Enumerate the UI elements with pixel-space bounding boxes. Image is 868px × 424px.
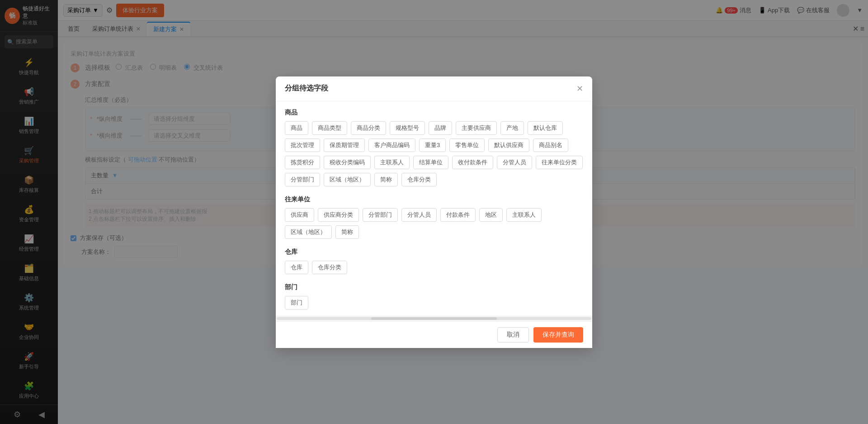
field-contact[interactable]: 主联系人: [506, 208, 542, 222]
field-retail-unit[interactable]: 零售单位: [449, 138, 485, 152]
field-region[interactable]: 地区: [479, 208, 503, 222]
cancel-button[interactable]: 取消: [497, 327, 529, 343]
field-goods-alias[interactable]: 商品别名: [533, 138, 568, 152]
modal-horizontal-scrollbar[interactable]: [276, 316, 592, 321]
field-wh[interactable]: 仓库: [285, 261, 308, 274]
section-partner: 往来单位 供应商 供应商分类 分管部门 分管人员 付款条件 地区 主联系人 区域…: [285, 195, 583, 239]
modal-footer: 取消 保存并查询: [276, 321, 592, 348]
field-from-unit-category[interactable]: 往来单位分类: [536, 156, 583, 169]
field-default-supplier[interactable]: 默认供应商: [488, 138, 529, 152]
field-batch-mgmt[interactable]: 批次管理: [285, 138, 320, 152]
field-wh-category[interactable]: 仓库分类: [312, 261, 347, 274]
field-abbr2[interactable]: 简称: [335, 225, 359, 239]
section-warehouse-grid: 仓库 仓库分类: [285, 261, 583, 274]
section-goods-title: 商品: [285, 109, 583, 117]
field-main-contact[interactable]: 主联系人: [374, 156, 410, 169]
field-area[interactable]: 区域（地区）: [324, 173, 371, 186]
field-validity-mgmt[interactable]: 保质期管理: [324, 138, 365, 152]
section-department: 部门 部门: [285, 283, 583, 310]
hscroll-track: [277, 317, 591, 320]
save-query-button[interactable]: 保存并查询: [533, 327, 583, 343]
field-dept[interactable]: 部门: [285, 296, 308, 310]
section-partner-grid: 供应商 供应商分类 分管部门 分管人员 付款条件 地区 主联系人 区域（地区） …: [285, 208, 583, 239]
field-customer-code[interactable]: 客户商品编码: [368, 138, 415, 152]
field-dept-mgmt[interactable]: 分管部门: [285, 173, 320, 186]
section-dept-grid: 部门: [285, 296, 583, 310]
field-manager[interactable]: 分管人员: [497, 156, 532, 169]
section-dept-title: 部门: [285, 283, 583, 291]
field-pick-score[interactable]: 拣货积分: [285, 156, 320, 169]
field-select-modal: 分组待选字段 ✕ 商品 商品 商品类型 商品分类 规格型号 品牌 主要供应商 产…: [276, 76, 592, 348]
field-weight3[interactable]: 重量3: [419, 138, 446, 152]
field-warehouse-category[interactable]: 仓库分类: [401, 173, 437, 186]
field-origin[interactable]: 产地: [500, 121, 524, 135]
field-goods-category[interactable]: 商品分类: [351, 121, 386, 135]
section-goods-grid: 商品 商品类型 商品分类 规格型号 品牌 主要供应商 产地 默认仓库 批次管理 …: [285, 121, 583, 186]
field-default-warehouse[interactable]: 默认仓库: [528, 121, 563, 135]
field-manage-dept[interactable]: 分管部门: [363, 208, 398, 222]
section-goods: 商品 商品 商品类型 商品分类 规格型号 品牌 主要供应商 产地 默认仓库 批次…: [285, 109, 583, 186]
modal-close-button[interactable]: ✕: [576, 84, 583, 94]
field-settle-unit[interactable]: 结算单位: [413, 156, 448, 169]
section-warehouse: 仓库 仓库 仓库分类: [285, 248, 583, 274]
modal-title: 分组待选字段: [285, 84, 328, 93]
field-goods-spec[interactable]: 规格型号: [390, 121, 425, 135]
field-goods-name[interactable]: 商品: [285, 121, 308, 135]
field-supplier[interactable]: 供应商: [285, 208, 314, 222]
field-supplier-category[interactable]: 供应商分类: [318, 208, 359, 222]
modal-body[interactable]: 商品 商品 商品类型 商品分类 规格型号 品牌 主要供应商 产地 默认仓库 批次…: [276, 101, 592, 316]
hscroll-thumb[interactable]: [371, 317, 497, 320]
section-warehouse-title: 仓库: [285, 248, 583, 256]
section-partner-title: 往来单位: [285, 195, 583, 204]
field-tax-code[interactable]: 税收分类编码: [324, 156, 371, 169]
field-abbr[interactable]: 简称: [374, 173, 398, 186]
field-main-supplier[interactable]: 主要供应商: [456, 121, 497, 135]
modal-header: 分组待选字段 ✕: [276, 76, 592, 101]
field-payment-terms[interactable]: 收付款条件: [452, 156, 493, 169]
field-area2[interactable]: 区域（地区）: [285, 225, 332, 239]
field-pay-terms[interactable]: 付款条件: [440, 208, 476, 222]
field-goods-type[interactable]: 商品类型: [312, 121, 347, 135]
field-manage-person[interactable]: 分管人员: [401, 208, 437, 222]
field-brand[interactable]: 品牌: [429, 121, 452, 135]
